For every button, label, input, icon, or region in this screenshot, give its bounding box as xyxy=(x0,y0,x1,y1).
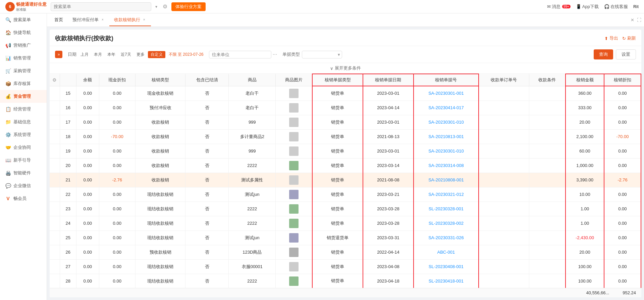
expand-conditions-bar[interactable]: ∨ 展开更多条件 xyxy=(50,63,641,74)
sidebar-item-finance[interactable]: 💰 资金管理 xyxy=(0,90,47,103)
bill-type-select[interactable] xyxy=(302,51,342,58)
writeoff-no-link[interactable]: SL-20230328-002 xyxy=(429,221,464,226)
online-service-item[interactable]: 🎧 在线客服 xyxy=(604,4,628,10)
settings-button[interactable]: 设置 xyxy=(616,49,636,59)
sidebar-item-beginner[interactable]: 📖 新手引导 xyxy=(0,154,47,167)
date-option-custom[interactable]: 自定义 xyxy=(148,51,165,58)
filter-expand-icon[interactable]: » xyxy=(55,51,62,58)
date-option-this-month[interactable]: 本月 xyxy=(92,51,104,58)
table-row[interactable]: 200.000.00收款核销否2222销货单2023-03-14SA-20230… xyxy=(50,158,641,173)
sidebar-item-search-menu[interactable]: 🔍 搜索菜单 xyxy=(0,13,47,26)
row-writeoff-discount-cell: 0.00 xyxy=(604,216,641,230)
table-row[interactable]: 270.000.00现结收款核销否衣服00001销货单2023-04-08SL-… xyxy=(50,259,641,274)
row-writeoff-no-cell[interactable]: SA-20210813-001 xyxy=(414,129,479,144)
writeoff-no-link[interactable]: SA-20210808-001 xyxy=(428,177,464,182)
settings-icon[interactable]: ⚙ xyxy=(163,3,167,10)
industry-solution-button[interactable]: 体验行业方案 xyxy=(171,2,206,11)
table-row[interactable]: 190.000.00收款核销否999销货单2023-03-01SA-202303… xyxy=(50,144,641,158)
tab-close-all-icon[interactable]: ✕ xyxy=(631,17,634,23)
table-row[interactable]: 250.000.00现结收款核销否测试jun销货退货单2023-03-31SA-… xyxy=(50,230,641,245)
app-download-item[interactable]: 📱 App下载 xyxy=(576,4,599,10)
table-row[interactable]: 170.000.00收款核销否999销货单2023-03-01SA-202303… xyxy=(50,115,641,129)
sidebar-item-corp-wechat[interactable]: 💬 企业微信 xyxy=(0,179,47,192)
sidebar-item-purchase[interactable]: 🛒 采购管理 xyxy=(0,65,47,77)
sidebar-item-basic-info[interactable]: 📁 基础信息 xyxy=(0,116,47,128)
row-writeoff-no-cell[interactable]: SA-20230301-001 xyxy=(414,86,479,100)
row-writeoff-no-cell[interactable]: SA-20230301-010 xyxy=(414,115,479,129)
row-balance-cell: 0.00 xyxy=(76,245,99,259)
sidebar-item-system[interactable]: ⚙️ 系统管理 xyxy=(0,128,47,141)
row-settings-cell xyxy=(50,86,60,100)
messages-icon-item[interactable]: ✉ 消息 99+ xyxy=(547,4,571,10)
date-option-this-year[interactable]: 本年 xyxy=(105,51,117,58)
sidebar-item-quick-nav[interactable]: 🏠 快捷导航 xyxy=(0,26,47,39)
tab-home[interactable]: 首页 xyxy=(50,14,68,26)
dropdown-arrow-icon[interactable]: ▾ xyxy=(155,4,157,9)
writeoff-no-link[interactable]: SA-20230301-010 xyxy=(428,120,464,125)
row-writeoff-no-cell[interactable]: SA-20210808-001 xyxy=(414,173,479,187)
sidebar-label-finance: 资金管理 xyxy=(13,93,31,99)
tab-maximize-icon[interactable]: ⛶ xyxy=(637,17,641,23)
search-input[interactable] xyxy=(51,2,151,11)
table-row[interactable]: 280.000.00现结收款核销否2222销货单2023-04-18SL-202… xyxy=(50,274,641,288)
table-wrap[interactable]: ⚙ 余额 现金折扣 核销类型 包含已结清 商品 商品图片 核销单据类型 核销单据… xyxy=(50,74,641,288)
row-included-settled-cell: 否 xyxy=(185,202,229,216)
row-writeoff-no-cell[interactable]: SL-20230418-001 xyxy=(414,274,479,288)
sidebar-item-inventory[interactable]: 📦 库存核算 xyxy=(0,77,47,90)
date-option-7days[interactable]: 近7天 xyxy=(119,51,133,58)
writeoff-no-link[interactable]: SL-20230418-001 xyxy=(429,278,464,284)
writeoff-no-link[interactable]: SA-20210813-001 xyxy=(428,134,464,139)
tab-collection[interactable]: 收款核销执行 × xyxy=(109,14,151,26)
query-button[interactable]: 查询 xyxy=(594,49,613,59)
row-product-cell: 测试多属性 xyxy=(229,173,276,187)
sidebar-item-marketing[interactable]: 📢 营销推广 xyxy=(0,39,47,52)
sidebar-item-operations[interactable]: 📋 经营管理 xyxy=(0,103,47,116)
row-writeoff-no-cell[interactable]: SL-20230328-002 xyxy=(414,216,479,230)
row-writeoff-no-cell[interactable]: SL-20230328-001 xyxy=(414,202,479,216)
writeoff-no-link[interactable]: SA-20230314-008 xyxy=(428,163,464,168)
sidebar-item-sales[interactable]: 📊 销售管理 xyxy=(0,52,47,65)
table-row[interactable]: 230.000.00现结收款核销否2222销货单2023-03-28SL-202… xyxy=(50,202,641,216)
table-row[interactable]: 160.000.00预付冲应收否老白干销货单2023-04-14SA-20230… xyxy=(50,100,641,115)
tab-prepay-close-icon[interactable]: × xyxy=(101,17,105,22)
date-option-more[interactable]: 更多 xyxy=(135,51,147,58)
row-writeoff-no-cell[interactable]: SA-20230414-017 xyxy=(414,100,479,115)
table-row[interactable]: 240.000.00现结收款核销否2222销货单2023-03-28SL-202… xyxy=(50,216,641,230)
writeoff-no-link[interactable]: SA-20230414-017 xyxy=(428,105,464,110)
sidebar-item-vip[interactable]: V 畅会员 xyxy=(0,192,47,205)
row-writeoff-no-cell[interactable]: SA-20230314-008 xyxy=(414,158,479,173)
date-option-last-month[interactable]: 上月 xyxy=(78,51,91,58)
tab-collection-close-icon[interactable]: × xyxy=(142,17,146,22)
row-writeoff-no-cell[interactable]: SA-20230321-012 xyxy=(414,187,479,202)
partner-input[interactable] xyxy=(209,51,271,58)
table-settings-icon[interactable]: ⚙ xyxy=(52,77,57,83)
writeoff-no-link[interactable]: SA-20230301-001 xyxy=(428,91,464,96)
writeoff-no-link[interactable]: ABC-001 xyxy=(437,250,455,255)
user-name[interactable]: Rit xyxy=(633,4,639,9)
row-writeoff-no-cell[interactable]: SL-20230408-001 xyxy=(414,259,479,274)
table-row[interactable]: 260.000.00预收款核销否123D商品销货单2022-04-14ABC-0… xyxy=(50,245,641,259)
row-writeoff-amount-cell: 3,390.00 xyxy=(566,173,604,187)
table-row[interactable]: 210.00-2.76收款核销否测试多属性销货单2021-08-08SA-202… xyxy=(50,173,641,187)
export-button[interactable]: ⬆ 导出 xyxy=(604,35,618,41)
tab-prepay[interactable]: 预付冲应付单 × xyxy=(68,14,109,26)
refresh-button[interactable]: ↻ 刷新 xyxy=(622,35,636,41)
col-settings[interactable]: ⚙ xyxy=(50,74,60,86)
sidebar-item-smart-hw[interactable]: 🖨️ 智能硬件 xyxy=(0,167,47,179)
writeoff-no-link[interactable]: SL-20230408-001 xyxy=(429,264,464,269)
partner-select-icon[interactable]: ··· xyxy=(273,51,277,57)
row-writeoff-no-cell[interactable]: ABC-001 xyxy=(414,245,479,259)
table-row[interactable]: 150.000.00现金收款核销否老白干销货单2023-03-01SA-2023… xyxy=(50,86,641,100)
writeoff-no-link[interactable]: SA-20230331-026 xyxy=(428,235,464,240)
row-writeoff-no-cell[interactable]: SA-20230331-026 xyxy=(414,230,479,245)
row-collection-order-no-cell xyxy=(479,216,529,230)
writeoff-no-link[interactable]: SA-20230301-010 xyxy=(428,148,464,154)
writeoff-no-link[interactable]: SA-20230321-012 xyxy=(428,192,464,197)
table-row[interactable]: 180.00-70.00收款核销否多计量商品2销货单2021-08-13SA-2… xyxy=(50,129,641,144)
sidebar-item-corp-collab[interactable]: 🤝 企业协同 xyxy=(0,141,47,154)
row-writeoff-no-cell[interactable]: SA-20230301-010 xyxy=(414,144,479,158)
row-product-img-cell xyxy=(276,115,312,129)
table-row[interactable]: 220.000.00现结收款核销否测试jun销货单2023-03-21SA-20… xyxy=(50,187,641,202)
writeoff-no-link[interactable]: SL-20230328-001 xyxy=(429,206,464,211)
col-product: 商品 xyxy=(229,74,276,86)
